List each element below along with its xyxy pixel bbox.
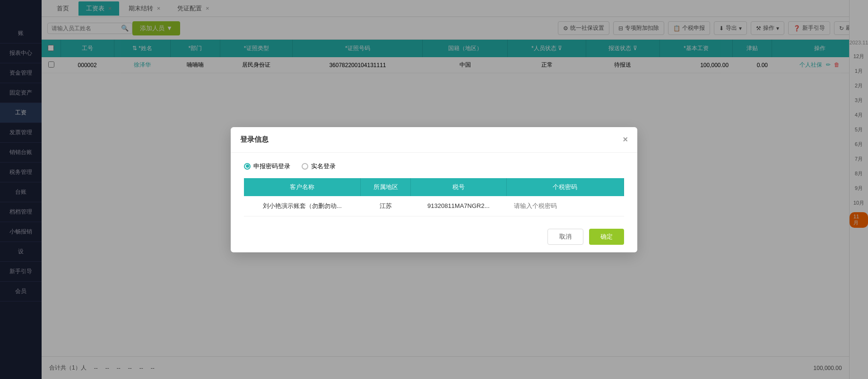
radio-shiming[interactable]: 实名登录 (302, 162, 336, 171)
radio-group: 申报密码登录 实名登录 (244, 162, 624, 171)
login-info-table: 客户名称 所属地区 税号 个税密码 刘小艳演示账套（勿删勿动... 江苏 913… (244, 178, 624, 216)
radio-dot (246, 164, 249, 168)
login-modal: 登录信息 × 申报密码登录 实名登录 客户名称 (231, 127, 637, 252)
radio-circle-empty (302, 163, 308, 170)
modal-overlay: 登录信息 × 申报密码登录 实名登录 客户名称 (0, 0, 868, 379)
col-client-name: 客户名称 (244, 178, 361, 196)
modal-header: 登录信息 × (231, 127, 637, 153)
modal-body: 申报密码登录 实名登录 客户名称 所属地区 税号 个税密码 (231, 153, 637, 221)
modal-title: 登录信息 (240, 135, 269, 144)
cell-taxno: 91320811MA7NGR2... (410, 196, 506, 216)
radio-shenbaomima[interactable]: 申报密码登录 (244, 162, 290, 171)
modal-footer: 取消 确定 (231, 221, 637, 252)
col-taxno: 税号 (410, 178, 506, 196)
cancel-button[interactable]: 取消 (547, 229, 583, 245)
cell-tax-password[interactable] (506, 196, 624, 216)
cell-client-name: 刘小艳演示账套（勿删勿动... (244, 196, 361, 216)
cell-region: 江苏 (361, 196, 410, 216)
col-region: 所属地区 (361, 178, 410, 196)
radio-circle-selected (244, 163, 251, 170)
confirm-button[interactable]: 确定 (589, 229, 624, 245)
inner-table-row: 刘小艳演示账套（勿删勿动... 江苏 91320811MA7NGR2... (244, 196, 624, 216)
col-tax-password: 个税密码 (506, 178, 624, 196)
modal-close-button[interactable]: × (623, 135, 628, 145)
inner-table-header: 客户名称 所属地区 税号 个税密码 (244, 178, 624, 196)
tax-password-input[interactable] (514, 202, 616, 209)
